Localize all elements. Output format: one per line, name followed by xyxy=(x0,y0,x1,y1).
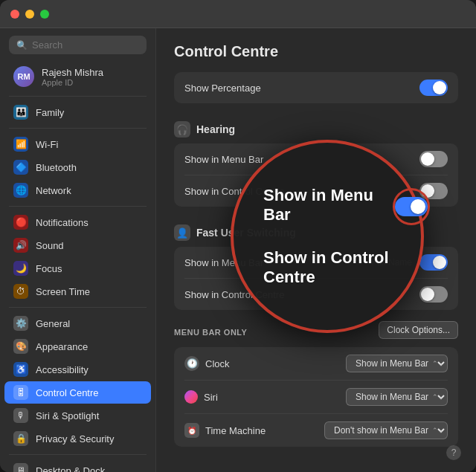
content-area: Control Centre Show Percentage 🎧 Hearing… xyxy=(156,28,476,472)
sidebar-item-family[interactable]: 👪 Family xyxy=(4,101,151,123)
sidebar-label-privacy: Privacy & Security xyxy=(36,433,114,444)
sidebar-label-bluetooth: Bluetooth xyxy=(36,162,77,173)
user-section[interactable]: RM Rajesh Mishra Apple ID xyxy=(4,62,151,91)
fast-user-icon: 👤 xyxy=(174,224,190,241)
hearing-menu-bar-label: Show in Menu Bar xyxy=(184,154,263,165)
time-machine-dropdown[interactable]: Don't show in Menu Bar xyxy=(324,421,448,439)
sidebar-divider-2 xyxy=(9,128,147,129)
siri-label: Siri xyxy=(204,392,218,403)
user-name: Rajesh Mishra xyxy=(42,67,103,78)
sidebar-label-family: Family xyxy=(36,107,64,118)
sidebar-label-control-centre: Control Centre xyxy=(36,387,99,398)
time-machine-dropdown-wrapper[interactable]: Don't show in Menu Bar xyxy=(324,421,448,439)
siri-dropdown[interactable]: Show in Menu Bar xyxy=(346,388,448,406)
hearing-section-header: 🎧 Hearing xyxy=(174,112,458,143)
search-bar[interactable]: 🔍 xyxy=(9,36,147,54)
appearance-icon: 🎨 xyxy=(13,339,28,354)
hearing-menu-bar-row: Show in Menu Bar xyxy=(184,143,448,175)
show-percentage-card: Show Percentage xyxy=(174,72,458,103)
sidebar: 🔍 RM Rajesh Mishra Apple ID 👪 Family xyxy=(0,28,156,472)
sidebar-divider-5 xyxy=(9,454,147,455)
hearing-title: Hearing xyxy=(196,123,235,135)
notifications-icon: 🔴 xyxy=(13,215,28,230)
sidebar-item-notifications[interactable]: 🔴 Notifications xyxy=(4,211,151,233)
fast-user-control-centre-toggle[interactable] xyxy=(419,286,448,303)
wifi-icon: 📶 xyxy=(13,137,28,152)
sidebar-label-sound: Sound xyxy=(36,240,64,251)
fast-user-menu-bar-row: Show in Menu Bar Full Name xyxy=(184,247,448,279)
time-machine-row: ⏰ Time Machine Don't show in Menu Bar xyxy=(184,414,448,447)
siri-icon xyxy=(184,390,198,404)
sidebar-label-general: General xyxy=(36,318,70,329)
sidebar-label-focus: Focus xyxy=(36,263,62,274)
sidebar-label-siri: Siri & Spotlight xyxy=(36,410,99,421)
avatar: RM xyxy=(13,66,34,87)
sidebar-label-appearance: Appearance xyxy=(36,341,88,352)
clock-dropdown[interactable]: Show in Menu Bar xyxy=(346,355,448,372)
fast-user-control-centre-label: Show in Control Centre xyxy=(184,289,284,300)
sidebar-item-appearance[interactable]: 🎨 Appearance xyxy=(4,335,151,358)
toggle-highlight xyxy=(393,188,430,225)
sidebar-item-screen-time[interactable]: ⏱ Screen Time xyxy=(4,280,151,303)
main-layout: 🔍 RM Rajesh Mishra Apple ID 👪 Family xyxy=(0,28,476,472)
screen-time-icon: ⏱ xyxy=(13,284,28,299)
show-percentage-toggle[interactable] xyxy=(419,80,448,96)
time-machine-icon: ⏰ xyxy=(184,423,199,438)
sidebar-item-focus[interactable]: 🌙 Focus xyxy=(4,257,151,279)
sidebar-item-sound[interactable]: 🔊 Sound xyxy=(4,234,151,256)
highlighted-toggle[interactable] xyxy=(395,197,428,216)
fast-user-card: Show in Menu Bar Full Name Show in Contr… xyxy=(174,247,458,310)
fast-user-menu-bar-label: Show in Menu Bar xyxy=(184,257,263,268)
page-title: Control Centre xyxy=(174,43,458,60)
clock-dropdown-wrapper[interactable]: Show in Menu Bar xyxy=(346,355,448,372)
clock-label: Clock xyxy=(205,358,230,369)
sidebar-item-wifi[interactable]: 📶 Wi-Fi xyxy=(4,133,151,155)
clock-options-button[interactable]: Clock Options... xyxy=(379,321,458,339)
sidebar-item-bluetooth[interactable]: 🔷 Bluetooth xyxy=(4,156,151,178)
clock-row: 🕐 Clock Show in Menu Bar xyxy=(184,347,448,381)
privacy-icon: 🔒 xyxy=(13,431,28,446)
sidebar-item-desktop-dock[interactable]: 🖥 Desktop & Dock xyxy=(4,459,151,472)
settings-window: 🔍 RM Rajesh Mishra Apple ID 👪 Family xyxy=(0,0,476,472)
minimize-button[interactable] xyxy=(25,10,34,19)
sidebar-label-wifi: Wi-Fi xyxy=(36,139,58,150)
show-percentage-label: Show Percentage xyxy=(184,83,261,94)
sidebar-divider-4 xyxy=(9,307,147,308)
sidebar-label-desktop-dock: Desktop & Dock xyxy=(36,465,105,473)
fast-user-menu-bar-toggle[interactable] xyxy=(419,254,448,271)
hearing-menu-bar-toggle[interactable] xyxy=(419,151,448,167)
sidebar-item-privacy[interactable]: 🔒 Privacy & Security xyxy=(4,427,151,450)
user-info: Rajesh Mishra Apple ID xyxy=(42,67,103,87)
close-button[interactable] xyxy=(10,10,19,19)
hearing-icon: 🎧 xyxy=(174,121,190,138)
fast-user-control-centre-row: Show in Control Centre xyxy=(184,279,448,310)
help-button[interactable]: ? xyxy=(446,445,461,460)
menu-bar-only-header: Menu Bar Only xyxy=(174,319,247,341)
sidebar-divider-3 xyxy=(9,206,147,207)
sidebar-label-notifications: Notifications xyxy=(36,217,89,228)
sidebar-divider xyxy=(9,96,147,97)
network-icon: 🌐 xyxy=(13,183,28,198)
sound-icon: 🔊 xyxy=(13,238,28,253)
family-icon: 👪 xyxy=(13,105,28,120)
siri-dropdown-wrapper[interactable]: Show in Menu Bar xyxy=(346,388,448,406)
sidebar-item-control-centre[interactable]: 🎛 Control Centre xyxy=(4,381,151,404)
search-input[interactable] xyxy=(32,39,139,51)
sidebar-item-network[interactable]: 🌐 Network xyxy=(4,179,151,201)
siri-icon: 🎙 xyxy=(13,408,28,423)
time-machine-label: Time Machine xyxy=(205,425,266,436)
user-subtitle: Apple ID xyxy=(42,78,103,87)
focus-icon: 🌙 xyxy=(13,261,28,276)
titlebar xyxy=(0,0,476,28)
general-icon: ⚙️ xyxy=(13,316,28,331)
sidebar-item-general[interactable]: ⚙️ General xyxy=(4,312,151,334)
sidebar-label-network: Network xyxy=(36,185,71,196)
menu-bar-only-card: 🕐 Clock Show in Menu Bar Siri xyxy=(174,347,458,447)
sidebar-item-accessibility[interactable]: ♿ Accessibility xyxy=(4,358,151,381)
search-icon: 🔍 xyxy=(16,40,28,51)
control-centre-icon: 🎛 xyxy=(13,385,28,400)
maximize-button[interactable] xyxy=(40,10,49,19)
sidebar-item-siri[interactable]: 🎙 Siri & Spotlight xyxy=(4,404,151,427)
show-percentage-row: Show Percentage xyxy=(184,72,448,103)
siri-row: Siri Show in Menu Bar xyxy=(184,381,448,414)
